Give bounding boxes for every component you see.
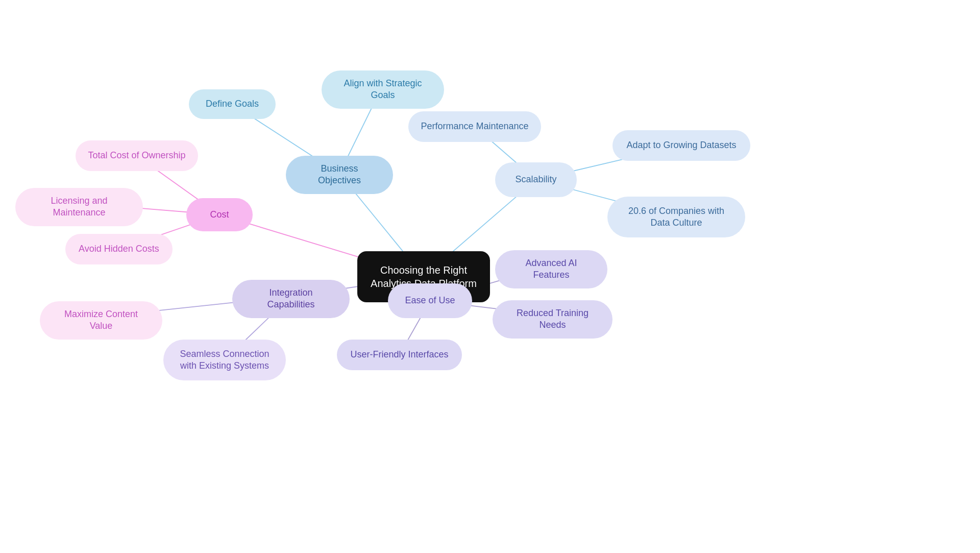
node-total-cost: Total Cost of Ownership — [76, 140, 198, 171]
connections-svg — [0, 0, 980, 553]
node-align-strategic: Align with Strategic Goals — [322, 70, 444, 109]
node-seamless-connection: Seamless Connection with Existing System… — [163, 340, 286, 380]
node-reduced-training: Reduced Training Needs — [493, 300, 612, 339]
node-define-goals: Define Goals — [189, 89, 276, 119]
node-ease-of-use: Ease of Use — [388, 283, 472, 318]
mind-map: Choosing the Right Analytics Data Platfo… — [0, 0, 980, 553]
node-advanced-ai: Advanced AI Features — [495, 250, 607, 288]
node-maximize-content: Maximize Content Value — [40, 301, 162, 340]
node-avoid-hidden: Avoid Hidden Costs — [65, 234, 173, 265]
node-data-culture: 20.6 of Companies with Data Culture — [607, 197, 745, 237]
node-performance-maintenance: Performance Maintenance — [408, 111, 541, 142]
node-integration: Integration Capabilities — [232, 280, 350, 318]
node-licensing: Licensing and Maintenance — [15, 188, 143, 226]
node-scalability: Scalability — [495, 162, 577, 197]
node-user-friendly: User-Friendly Interfaces — [337, 340, 462, 370]
node-business-objectives: Business Objectives — [286, 156, 393, 194]
node-adapt-growing: Adapt to Growing Datasets — [612, 130, 750, 161]
node-cost: Cost — [186, 198, 253, 231]
